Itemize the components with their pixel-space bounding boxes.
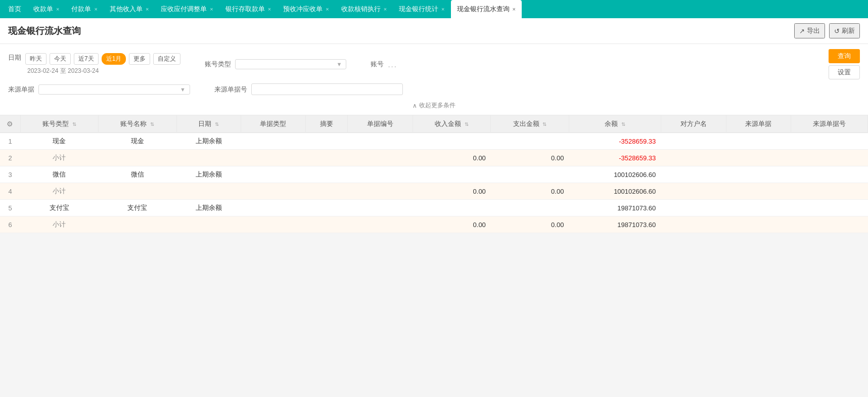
export-icon: ↗ [799,27,805,35]
cell-account-name: 现金 [99,133,177,150]
cell-expense: 0.00 [491,216,569,233]
nav-receipt[interactable]: 收款单 × [27,0,65,18]
cell-doc-type [241,216,306,233]
table-row: 1现金现金上期余额-3528659.33 [0,133,868,150]
close-bank-flow-icon[interactable]: × [513,0,516,18]
nav-payment[interactable]: 付款单 × [65,0,103,18]
close-bank-stat-icon[interactable]: × [441,0,444,18]
cell-counterpart [661,166,726,183]
nav-verify[interactable]: 收款核销执行 × [335,0,393,18]
col-balance[interactable]: 余额 ⇅ [569,115,661,133]
table-row: 4小计0.000.00100102606.60 [0,183,868,200]
account-type-filter: 账号类型 ▼ [205,59,346,69]
table-row: 2小计0.000.00-3528659.33 [0,150,868,166]
cell-date [176,150,241,166]
date-btn-today[interactable]: 今天 [50,53,71,65]
cell-doc-type [241,200,306,216]
nav-bank-stat[interactable]: 现金银行统计 × [393,0,450,18]
nav-prepay[interactable]: 预收冲应收单 × [277,0,335,18]
col-account-name[interactable]: 账号名称 ⇅ [99,115,177,133]
col-gear[interactable]: ⚙ [0,115,20,133]
cell-account-name [99,216,177,233]
close-prepay-icon[interactable]: × [326,0,329,18]
settings-button[interactable]: 设置 [829,65,860,79]
account-label: 账号 [371,60,384,69]
nav-other-income[interactable]: 其他收入单 × [104,0,155,18]
cell-date [176,216,241,233]
close-payment-icon[interactable]: × [94,0,97,18]
sort-account-type-icon: ⇅ [72,121,76,127]
col-doc-type: 单据类型 [241,115,306,133]
query-button[interactable]: 查询 [829,49,860,63]
cell-num: 1 [0,133,20,150]
col-date[interactable]: 日期 ⇅ [176,115,241,133]
close-verify-icon[interactable]: × [384,0,387,18]
account-dots[interactable]: ... [388,60,397,69]
cell-source-doc [726,200,791,216]
cell-expense [491,200,569,216]
cell-expense: 0.00 [491,183,569,200]
cell-doc-no [348,166,413,183]
source-doc-no-label: 来源单据号 [214,85,247,94]
account-type-arrow-icon: ▼ [336,61,342,67]
cell-balance: -3528659.33 [569,150,661,166]
close-bank-deposit-icon[interactable]: × [268,0,271,18]
date-btn-1month[interactable]: 近1月 [102,53,126,65]
date-btn-more[interactable]: 更多 [129,53,150,65]
cell-income [413,133,491,150]
date-range: 2023-02-24 至 2023-03-24 [27,67,180,75]
export-button[interactable]: ↗ 导出 [794,23,825,38]
collapse-up-icon: ∧ [413,102,417,109]
col-account-type[interactable]: 账号类型 ⇅ [20,115,99,133]
cell-source-doc [726,133,791,150]
close-receipt-icon[interactable]: × [56,0,59,18]
main-table: ⚙ 账号类型 ⇅ 账号名称 ⇅ 日期 ⇅ 单据类型 摘要 单据编号 [0,115,868,233]
cell-expense: 0.00 [491,150,569,166]
cell-doc-type [241,166,306,183]
cell-expense [491,166,569,183]
cell-counterpart [661,133,726,150]
cell-counterpart [661,183,726,200]
cell-date: 上期余额 [176,200,241,216]
refresh-button[interactable]: ↺ 刷新 [829,23,860,38]
cell-num: 6 [0,216,20,233]
account-type-select[interactable]: ▼ [235,59,346,69]
source-doc-select[interactable]: ▼ [38,84,190,95]
collapse-bar[interactable]: ∧ 收起更多条件 [8,99,860,112]
date-btn-yesterday[interactable]: 昨天 [25,53,47,65]
date-btn-custom[interactable]: 自定义 [153,53,180,65]
date-btn-7days[interactable]: 近7天 [74,53,99,65]
cell-date: 上期余额 [176,133,241,150]
table-area: ⚙ 账号类型 ⇅ 账号名称 ⇅ 日期 ⇅ 单据类型 摘要 单据编号 [0,115,868,233]
nav-home[interactable]: 首页 [2,0,27,18]
date-options: 昨天 今天 近7天 近1月 更多 自定义 [25,53,180,65]
nav-adjustment[interactable]: 应收应付调整单 × [155,0,219,18]
close-other-income-icon[interactable]: × [146,0,149,18]
sort-income-icon: ⇅ [465,121,469,127]
source-doc-no-input[interactable] [251,83,403,95]
account-filter: 账号 ... [371,60,397,69]
cell-account-type: 小计 [20,150,99,166]
close-adjustment-icon[interactable]: × [210,0,213,18]
cell-doc-type [241,133,306,150]
source-doc-label: 来源单据 [8,85,34,94]
gear-icon[interactable]: ⚙ [7,120,13,128]
cell-counterpart [661,150,726,166]
cell-num: 4 [0,183,20,200]
nav-bank-deposit[interactable]: 银行存取款单 × [219,0,277,18]
cell-balance: 100102606.60 [569,166,661,183]
collapse-label: 收起更多条件 [419,101,455,110]
cell-summary [306,200,348,216]
nav-bank-flow[interactable]: 现金银行流水查询 × [451,0,522,18]
filter-row-2: 来源单据 ▼ 来源单据号 [8,83,860,95]
cell-num: 5 [0,200,20,216]
cell-doc-no [348,133,413,150]
cell-source-doc-no [791,216,868,233]
action-buttons: 查询 设置 [829,49,860,79]
header-actions: ↗ 导出 ↺ 刷新 [794,23,860,38]
cell-income: 0.00 [413,150,491,166]
col-expense[interactable]: 支出金额 ⇅ [491,115,569,133]
col-income[interactable]: 收入金额 ⇅ [413,115,491,133]
table-row: 6小计0.000.0019871073.60 [0,216,868,233]
cell-balance: 100102606.60 [569,183,661,200]
